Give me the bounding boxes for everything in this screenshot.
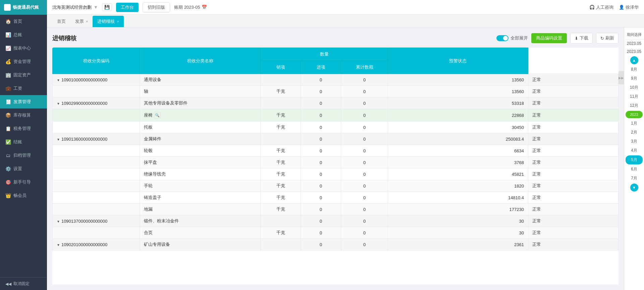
sidebar-item-结账[interactable]: ✅结账	[0, 135, 47, 149]
sidebar-item-库存核算[interactable]: 📦库存核算	[0, 108, 47, 122]
period-2023-05-a[interactable]: 2023.05	[624, 40, 644, 48]
cell-status: 正常	[528, 215, 618, 227]
tab-reconciliation[interactable]: 进销稽核 ×	[93, 16, 123, 27]
download-icon: ⬇	[575, 36, 578, 41]
table-row: 抹平盘 千克 0 0 3768 正常	[53, 157, 619, 168]
period-4[interactable]: 4月	[624, 146, 644, 155]
sidebar-item-固定资产[interactable]: 🏢固定资产	[0, 68, 47, 82]
cell-unit	[261, 215, 301, 227]
period-8[interactable]: 8月	[624, 65, 644, 74]
expand-icon[interactable]: ▼	[57, 220, 60, 223]
search-product-icon[interactable]: 🔍	[154, 112, 161, 119]
expand-toggle[interactable]: 全部展开	[496, 35, 528, 41]
cell-purchase: 0	[341, 204, 388, 215]
period-6[interactable]: 6月	[624, 165, 644, 174]
sidebar-label: 资金管理	[13, 59, 31, 65]
sidebar-item-畅会员[interactable]: 👑畅会员	[0, 189, 47, 202]
period-5[interactable]: 5月	[626, 155, 643, 164]
support-label: 人工咨询	[596, 4, 613, 10]
tab-reconciliation-close[interactable]: ×	[117, 19, 119, 23]
tab-invoice[interactable]: 发票 ×	[70, 16, 93, 27]
period-10[interactable]: 10月	[624, 83, 644, 92]
sidebar-item-总账[interactable]: 📊总账	[0, 28, 47, 42]
period-3[interactable]: 3月	[624, 137, 644, 146]
panel-toggle-icon: ▶▶	[619, 76, 624, 80]
cell-unit: 千克	[261, 204, 301, 215]
cell-total: 22868	[388, 109, 528, 122]
period-12[interactable]: 12月	[624, 101, 644, 110]
cell-sales: 0	[301, 157, 341, 168]
toggle-track[interactable]	[496, 35, 508, 41]
cell-name: 座椅 🔍	[140, 109, 261, 122]
cell-total: 45821	[388, 168, 528, 180]
unpin-label: 取消固定	[13, 281, 30, 287]
period-display: 账期 2023-05 📅	[174, 4, 207, 10]
col-status-header: 预警状态	[388, 48, 528, 74]
col-tax-name-header: 税收分类名称	[140, 48, 261, 74]
period-7[interactable]: 7月	[624, 174, 644, 183]
sidebar-icon: 👑	[5, 193, 11, 198]
cell-status: 正常	[528, 97, 618, 109]
sidebar-item-报表中心[interactable]: 📈报表中心	[0, 42, 47, 55]
period-panel: 期间选择 2023.05 2023.05 ▲ 8月 9月 10月 11月 12月…	[624, 27, 644, 290]
download-button[interactable]: ⬇ 下载	[570, 33, 593, 44]
switch-version-button[interactable]: 切到旧版	[143, 2, 170, 12]
period-11[interactable]: 11月	[624, 92, 644, 101]
period-9[interactable]: 9月	[624, 74, 644, 83]
tab-home[interactable]: 首页	[52, 16, 70, 27]
sidebar-item-首页[interactable]: 🏠首页	[0, 15, 47, 28]
refresh-button[interactable]: ↻ 刷新	[596, 33, 619, 44]
sidebar-item-设置[interactable]: ⚙️设置	[0, 162, 47, 175]
sidebar-icon: 🏠	[5, 19, 11, 24]
expand-icon[interactable]: ▼	[57, 78, 60, 82]
table-row: 轴 千克 0 0 13560 正常	[53, 86, 619, 97]
cell-purchase: 0	[341, 133, 388, 145]
tab-invoice-close[interactable]: ×	[86, 19, 88, 23]
sidebar-item-工资[interactable]: 💼工资	[0, 82, 47, 95]
col-quantity-header: 数量	[261, 48, 388, 61]
cell-unit: 千克	[261, 122, 301, 133]
headset-icon: 🎧	[589, 5, 595, 10]
table-row: 托板 千克 0 0 30450 正常	[53, 122, 619, 133]
topbar-right: 🎧 人工咨询 👤 徐泽华	[589, 4, 639, 10]
sidebar-item-发票管理[interactable]: 🧾发票管理	[0, 95, 47, 108]
expand-icon[interactable]: ▼	[57, 138, 60, 141]
expand-icon[interactable]: ▼	[57, 243, 60, 247]
cell-unit: 千克	[261, 86, 301, 97]
table-row: 合页 千克 0 0 30 正常	[53, 227, 619, 239]
sidebar-item-新手引导[interactable]: 🎯新手引导	[0, 175, 47, 189]
support-button[interactable]: 🎧 人工咨询	[589, 4, 613, 10]
cell-total: 6634	[388, 145, 528, 157]
sidebar-item-税务管理[interactable]: 📋税务管理	[0, 122, 47, 135]
save-icon[interactable]: 💾	[102, 3, 112, 11]
cell-unit	[261, 239, 301, 250]
cell-code	[53, 122, 140, 133]
scroll-down-button[interactable]: ▼	[630, 184, 638, 192]
user-menu[interactable]: 👤 徐泽华	[619, 4, 639, 10]
scroll-up-button[interactable]: ▲	[630, 56, 638, 64]
cell-name: 抹平盘	[140, 157, 261, 168]
sidebar-label: 税务管理	[13, 126, 31, 132]
cell-name: 合页	[140, 227, 261, 239]
period-2[interactable]: 2月	[624, 128, 644, 137]
cell-status: 正常	[528, 204, 618, 215]
product-code-button[interactable]: 商品编码设置	[531, 33, 567, 43]
cell-sales: 0	[301, 192, 341, 204]
period-1[interactable]: 1月	[624, 119, 644, 128]
calendar-icon[interactable]: 📅	[202, 5, 207, 10]
cell-total: 2361	[388, 239, 528, 250]
cell-purchase: 0	[341, 239, 388, 250]
company-selector[interactable]: 沈海英测试经营勿删 ▼	[52, 4, 98, 10]
workspace-button[interactable]: 工作台	[116, 3, 139, 12]
panel-toggle[interactable]: ▶▶	[619, 71, 624, 84]
table-row: 座椅 🔍 千克 0 0 22868 正常	[53, 109, 619, 122]
cell-purchase: 0	[341, 74, 388, 86]
expand-icon[interactable]: ▼	[57, 102, 60, 105]
period-2023-05-b[interactable]: 2023.05	[624, 48, 644, 56]
sidebar-item-资金管理[interactable]: 💰资金管理	[0, 55, 47, 68]
cell-unit: 千克	[261, 192, 301, 204]
sidebar-item-归档管理[interactable]: 🗂归档管理	[0, 149, 47, 162]
sidebar-icon: ⚙️	[5, 166, 11, 171]
sidebar-bottom[interactable]: ◀◀ 取消固定	[0, 277, 47, 290]
dropdown-icon: ▼	[94, 5, 98, 10]
